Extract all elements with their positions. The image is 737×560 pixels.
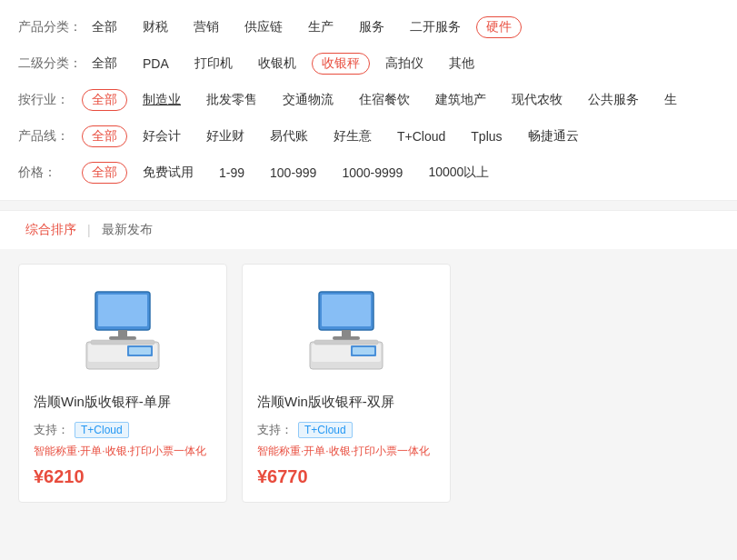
sort-item-comprehensive[interactable]: 综合排序: [18, 218, 84, 242]
sort-item-latest[interactable]: 最新发布: [95, 218, 160, 242]
filter-item[interactable]: PDA: [133, 54, 179, 74]
filter-label-subcategory: 二级分类：: [18, 55, 82, 72]
sort-bar: 综合排序 | 最新发布: [0, 210, 737, 249]
filter-item[interactable]: 1-99: [209, 163, 254, 183]
filter-item[interactable]: 财税: [133, 16, 178, 38]
product-image: [34, 283, 212, 383]
filter-item[interactable]: 生: [654, 89, 687, 111]
filter-label-productline: 产品线：: [18, 128, 82, 145]
filter-item[interactable]: 生产: [298, 16, 344, 38]
filter-item[interactable]: 收银机: [248, 53, 306, 75]
filter-label-industry: 按行业：: [18, 92, 82, 108]
filter-row-subcategory: 二级分类： 全部PDA打印机收银机收银秤高拍仪其他: [18, 45, 719, 82]
filter-item[interactable]: 交通物流: [273, 89, 344, 111]
filter-item[interactable]: 建筑地产: [425, 89, 496, 111]
filter-item[interactable]: 高拍仪: [375, 53, 433, 75]
filter-item[interactable]: T+Cloud: [387, 126, 455, 146]
filter-item[interactable]: 打印机: [184, 53, 243, 75]
svg-rect-10: [322, 295, 371, 326]
filter-item[interactable]: 制造业: [133, 89, 191, 111]
filter-item[interactable]: 其他: [439, 53, 484, 75]
svg-rect-2: [118, 330, 127, 337]
filter-item[interactable]: 现代农牧: [502, 89, 573, 111]
filter-item[interactable]: 畅捷通云: [518, 125, 589, 147]
filter-item[interactable]: 全部: [82, 16, 127, 38]
filter-row-price: 价格： 全部免费试用1-99100-9991000-999910000以上: [18, 155, 719, 191]
product-name: 浩顺Win版收银秤-双屏: [257, 394, 435, 411]
svg-rect-8: [129, 347, 151, 355]
filter-label-category: 产品分类：: [18, 19, 82, 35]
svg-rect-15: [314, 340, 378, 345]
product-desc: 智能称重·开单·收银·打印小票一体化: [257, 444, 435, 459]
product-price: ¥6770: [257, 466, 435, 487]
support-label: 支持：: [257, 422, 293, 438]
svg-rect-12: [333, 336, 360, 340]
filter-item[interactable]: 好业财: [196, 125, 254, 147]
support-tag: T+Cloud: [298, 422, 353, 438]
product-support: 支持： T+Cloud: [257, 422, 435, 438]
filter-item[interactable]: 100-999: [260, 163, 326, 183]
filter-section: 产品分类： 全部财税营销供应链生产服务二开服务硬件 二级分类： 全部PDA打印机…: [0, 0, 737, 201]
filter-item[interactable]: 全部: [82, 125, 127, 147]
filter-item[interactable]: 收银秤: [312, 53, 370, 75]
filter-item[interactable]: 住宿餐饮: [349, 89, 420, 111]
filter-item[interactable]: 10000以上: [418, 162, 499, 184]
filter-item[interactable]: 全部: [82, 53, 127, 75]
svg-rect-17: [353, 347, 374, 355]
filter-row-industry: 按行业： 全部制造业批发零售交通物流住宿餐饮建筑地产现代农牧公共服务生: [18, 82, 719, 118]
product-card[interactable]: 浩顺Win版收银秤-双屏 支持： T+Cloud 智能称重·开单·收银·打印小票…: [242, 264, 451, 503]
filter-items-category: 全部财税营销供应链生产服务二开服务硬件: [82, 16, 522, 38]
filter-item[interactable]: 批发零售: [196, 89, 267, 111]
filter-item[interactable]: 免费试用: [133, 162, 204, 184]
svg-rect-3: [109, 336, 136, 340]
filter-item[interactable]: 硬件: [476, 16, 522, 38]
filter-item[interactable]: 全部: [82, 162, 127, 184]
filter-items-subcategory: 全部PDA打印机收银机收银秤高拍仪其他: [82, 53, 484, 75]
support-tag: T+Cloud: [75, 422, 129, 438]
filter-items-price: 全部免费试用1-99100-9991000-999910000以上: [82, 162, 499, 184]
product-support: 支持： T+Cloud: [34, 422, 212, 438]
product-desc: 智能称重·开单·收银·打印小票一体化: [34, 444, 212, 459]
filter-item[interactable]: 营销: [184, 16, 229, 38]
product-image: [257, 283, 435, 383]
product-card[interactable]: 浩顺Win版收银秤-单屏 支持： T+Cloud 智能称重·开单·收银·打印小票…: [18, 264, 227, 503]
support-label: 支持：: [34, 422, 69, 438]
filter-item[interactable]: 二开服务: [400, 16, 471, 38]
svg-rect-1: [98, 295, 147, 326]
svg-rect-11: [342, 330, 351, 337]
sort-divider: |: [87, 223, 91, 237]
filter-item[interactable]: Tplus: [461, 126, 512, 146]
filter-item[interactable]: 全部: [82, 89, 127, 111]
filter-item[interactable]: 1000-9999: [332, 163, 413, 183]
filter-item[interactable]: 供应链: [234, 16, 293, 38]
products-area: 浩顺Win版收银秤-单屏 支持： T+Cloud 智能称重·开单·收银·打印小票…: [0, 249, 737, 517]
filter-item[interactable]: 服务: [349, 16, 394, 38]
filter-row-productline: 产品线： 全部好会计好业财易代账好生意T+CloudTplus畅捷通云: [18, 118, 719, 155]
filter-item[interactable]: 易代账: [260, 125, 318, 147]
filter-items-productline: 全部好会计好业财易代账好生意T+CloudTplus畅捷通云: [82, 125, 589, 147]
svg-rect-6: [91, 340, 154, 345]
filter-label-price: 价格：: [18, 165, 82, 181]
product-price: ¥6210: [34, 466, 212, 487]
filter-item[interactable]: 好会计: [133, 125, 191, 147]
filter-row-category: 产品分类： 全部财税营销供应链生产服务二开服务硬件: [18, 9, 719, 45]
product-name: 浩顺Win版收银秤-单屏: [34, 394, 212, 411]
filter-item[interactable]: 好生意: [324, 125, 382, 147]
filter-items-industry: 全部制造业批发零售交通物流住宿餐饮建筑地产现代农牧公共服务生: [82, 89, 687, 111]
filter-item[interactable]: 公共服务: [578, 89, 649, 111]
